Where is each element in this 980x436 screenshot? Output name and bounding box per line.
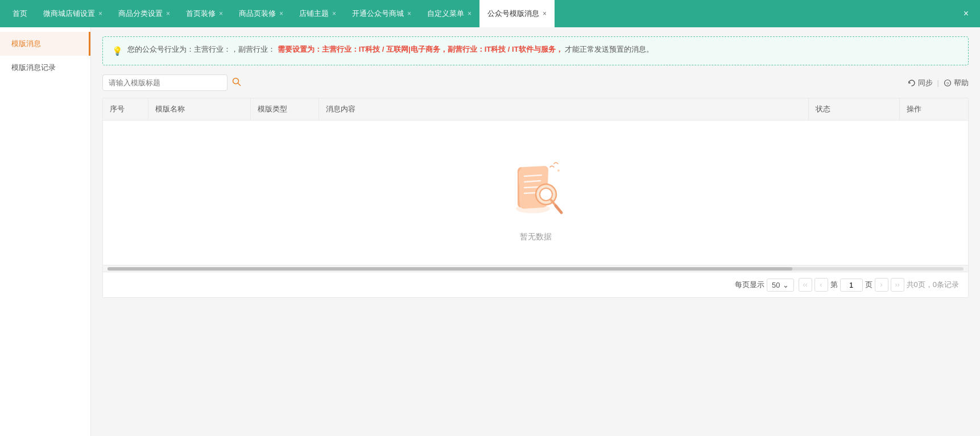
search-bar: 同步 | ? 帮助 — [102, 74, 969, 91]
page-suffix: 页 — [865, 280, 873, 290]
sync-icon — [908, 79, 916, 87]
search-input[interactable] — [102, 74, 228, 91]
col-template-name: 模版名称 — [148, 98, 251, 120]
nav-label-category: 商品分类设置 — [118, 9, 163, 19]
sidebar-item-template-msg-record[interactable]: 模版消息记录 — [0, 56, 90, 80]
per-page-value: 50 — [772, 281, 780, 289]
close-icon[interactable]: × — [219, 10, 223, 18]
scroll-thumb[interactable] — [107, 267, 792, 271]
total-info: 共0页，0条记录 — [907, 280, 959, 290]
close-icon[interactable]: × — [468, 10, 472, 18]
nav-item-home-decor[interactable]: 首页装修 × — [178, 0, 231, 27]
scroll-track[interactable] — [107, 267, 964, 271]
close-icon[interactable]: × — [279, 10, 283, 18]
close-all-button[interactable]: × — [957, 9, 975, 19]
help-button[interactable]: ? 帮助 — [944, 78, 969, 88]
per-page-label: 每页显示 — [735, 280, 764, 290]
first-page-button[interactable]: ‹‹ — [799, 278, 812, 292]
empty-illustration — [502, 155, 570, 223]
empty-state: 暂无数据 — [103, 121, 968, 265]
empty-text: 暂无数据 — [520, 232, 552, 242]
nav-label-open-mall: 开通公众号商城 — [352, 9, 404, 19]
nav-label-home: 首页 — [13, 9, 27, 19]
help-icon: ? — [944, 79, 952, 87]
close-icon[interactable]: × — [407, 10, 411, 18]
svg-text:?: ? — [946, 81, 949, 86]
svg-line-12 — [556, 206, 561, 213]
nav-item-theme[interactable]: 店铺主题 × — [291, 0, 344, 27]
table-wrapper: 序号 模版名称 模版类型 消息内容 状态 操作 — [102, 98, 969, 298]
col-status: 状态 — [809, 98, 900, 120]
search-icon — [232, 77, 241, 86]
nav-label-shop-settings: 微商城店铺设置 — [43, 9, 95, 19]
sidebar-label-template-msg-record: 模版消息记录 — [11, 63, 56, 72]
col-content: 消息内容 — [319, 98, 809, 120]
nav-item-open-mall[interactable]: 开通公众号商城 × — [344, 0, 419, 27]
svg-line-8 — [524, 193, 537, 193]
search-button[interactable] — [232, 77, 241, 89]
svg-point-10 — [540, 188, 552, 201]
nav-item-home[interactable]: 首页 — [5, 0, 35, 27]
scrollbar-area[interactable] — [103, 265, 968, 272]
close-icon[interactable]: × — [543, 10, 547, 18]
chevron-down-icon: ⌄ — [783, 281, 789, 289]
nav-item-product-decor[interactable]: 商品页装修 × — [231, 0, 291, 27]
nav-label-template-msg: 公众号模版消息 — [487, 9, 539, 19]
search-right: 同步 | ? 帮助 — [908, 78, 969, 88]
alert-suffix: 才能正常发送预置的消息。 — [565, 45, 654, 53]
sync-label: 同步 — [918, 78, 933, 88]
prev-page-button[interactable]: ‹ — [814, 278, 828, 292]
col-template-type: 模版类型 — [251, 98, 319, 120]
divider: | — [937, 78, 939, 87]
sidebar-item-template-msg[interactable]: 模版消息 — [0, 32, 90, 56]
page-nav: ‹‹ ‹ 第 页 › ›› 共0页，0条记录 — [799, 278, 959, 292]
col-index: 序号 — [103, 98, 148, 120]
help-label: 帮助 — [954, 78, 969, 88]
next-page-button[interactable]: › — [875, 278, 888, 292]
nav-item-template-msg[interactable]: 公众号模版消息 × — [479, 0, 555, 27]
close-icon[interactable]: × — [166, 10, 170, 18]
svg-line-1 — [238, 83, 241, 85]
nav-item-custom-menu[interactable]: 自定义菜单 × — [419, 0, 479, 27]
alert-highlight: 需要设置为：主营行业：IT科技 / 互联网|电子商务，副营行业：IT科技 / I… — [278, 45, 563, 53]
alert-text: 您的公众号行业为：主营行业：，副营行业： 需要设置为：主营行业：IT科技 / 互… — [127, 44, 654, 56]
search-left — [102, 74, 241, 91]
close-icon[interactable]: × — [98, 10, 102, 18]
svg-point-13 — [557, 169, 560, 172]
nav-label-home-decor: 首页装修 — [186, 9, 216, 19]
alert-icon: 💡 — [112, 44, 123, 58]
nav-item-shop-settings[interactable]: 微商城店铺设置 × — [35, 0, 110, 27]
table-header: 序号 模版名称 模版类型 消息内容 状态 操作 — [103, 98, 968, 121]
per-page-select: 每页显示 50 ⌄ — [735, 279, 793, 292]
nav-label-theme: 店铺主题 — [299, 9, 329, 19]
top-nav: 首页 微商城店铺设置 × 商品分类设置 × 首页装修 × 商品页装修 × 店铺主… — [0, 0, 980, 27]
last-page-button[interactable]: ›› — [891, 278, 904, 292]
page-label: 第 — [830, 280, 838, 290]
nav-label-custom-menu: 自定义菜单 — [427, 9, 464, 19]
nav-item-category[interactable]: 商品分类设置 × — [110, 0, 178, 27]
alert-box: 💡 您的公众号行业为：主营行业：，副营行业： 需要设置为：主营行业：IT科技 /… — [102, 36, 969, 65]
nav-label-product-decor: 商品页装修 — [239, 9, 276, 19]
svg-line-7 — [524, 187, 539, 188]
sync-button[interactable]: 同步 — [908, 78, 933, 88]
sidebar: 模版消息 模版消息记录 — [0, 27, 91, 436]
pagination: 每页显示 50 ⌄ ‹‹ ‹ 第 页 › ›› 共0页，0条记录 — [103, 272, 968, 297]
content-area: 💡 您的公众号行业为：主营行业：，副营行业： 需要设置为：主营行业：IT科技 /… — [91, 27, 980, 436]
alert-prefix: 您的公众号行业为：主营行业：，副营行业： — [127, 45, 275, 53]
close-icon[interactable]: × — [332, 10, 336, 18]
sidebar-label-template-msg: 模版消息 — [11, 39, 41, 48]
page-input[interactable] — [840, 279, 863, 292]
main-layout: 模版消息 模版消息记录 💡 您的公众号行业为：主营行业：，副营行业： 需要设置为… — [0, 27, 980, 436]
per-page-dropdown[interactable]: 50 ⌄ — [767, 279, 793, 292]
col-action: 操作 — [900, 98, 968, 120]
